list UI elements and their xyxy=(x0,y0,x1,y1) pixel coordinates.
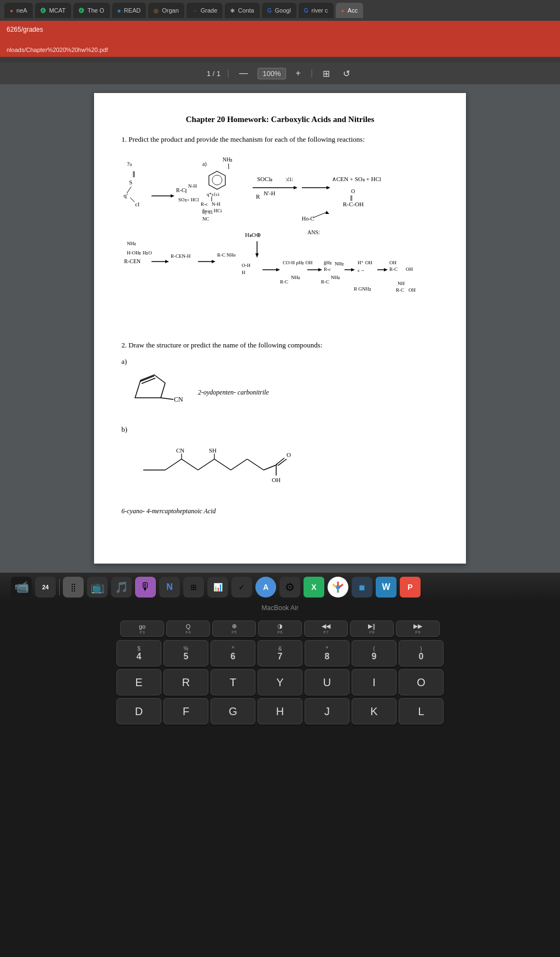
svg-text:R-C: R-C xyxy=(321,279,329,285)
pdf-toolbar[interactable]: 1 / 1 | — 100% + | ⊞ ↺ xyxy=(0,62,560,84)
svg-text:R GNH₂: R GNH₂ xyxy=(354,286,371,292)
svg-line-37 xyxy=(313,212,326,218)
key-f[interactable]: F xyxy=(164,698,208,724)
zoom-out-button[interactable]: — xyxy=(236,67,251,79)
key-8[interactable]: * 8 xyxy=(305,640,349,666)
asdf-row[interactable]: D F G H J K L xyxy=(11,698,549,724)
dock-arc[interactable]: A xyxy=(255,577,276,598)
dock-divider xyxy=(59,579,60,595)
key-f6[interactable]: ◑ F6 xyxy=(258,620,302,637)
key-i[interactable]: I xyxy=(352,669,396,695)
dock-grid[interactable]: ⊞ xyxy=(183,577,204,598)
key-g[interactable]: G xyxy=(211,698,255,724)
tab-acc[interactable]: ● Acc xyxy=(336,3,363,18)
tab-river[interactable]: G river c xyxy=(299,3,334,18)
url-text: nloads/Chapter%2020%20hw%20.pdf xyxy=(7,47,108,53)
key-4[interactable]: $ 4 xyxy=(116,640,161,666)
key-5[interactable]: % 5 xyxy=(164,640,208,666)
tab-theo[interactable]: 🅐 The O xyxy=(73,3,110,18)
pdf-content-area: Chapter 20 Homework: Carboxylic Acids an… xyxy=(0,84,560,572)
key-f3[interactable]: go F3 xyxy=(120,620,164,637)
key-r[interactable]: R xyxy=(164,669,208,695)
tab-conta[interactable]: ✱ Conta xyxy=(225,3,259,18)
dock-music[interactable]: 🎵 xyxy=(111,577,132,598)
key-d[interactable]: D xyxy=(116,698,161,724)
compound-a-section: a) CN 2-oydopenten- carbonitrile xyxy=(121,356,439,413)
svg-marker-63 xyxy=(351,268,355,271)
key-l[interactable]: L xyxy=(399,698,444,724)
tab-read[interactable]: ■ READ xyxy=(112,3,147,18)
question-1: 1. Predict the product and provide the m… xyxy=(121,135,439,144)
key-6[interactable]: ^ 6 xyxy=(211,640,255,666)
dock-chrome[interactable] xyxy=(328,577,348,598)
tab-organ[interactable]: ◎ Organ xyxy=(148,3,184,18)
macbook-label: MacBook Air xyxy=(0,601,560,615)
svg-line-83 xyxy=(161,398,173,399)
svg-text:O-H: O-H xyxy=(242,263,250,268)
key-e[interactable]: E xyxy=(116,669,161,695)
svg-text:NH₂: NH₂ xyxy=(223,156,232,163)
dock-slash[interactable]: ✓ xyxy=(231,577,252,598)
svg-point-17 xyxy=(212,175,222,185)
svg-point-103 xyxy=(336,585,340,589)
dock-notes[interactable]: N xyxy=(159,577,180,598)
key-j[interactable]: J xyxy=(305,698,349,724)
url-bar[interactable]: nloads/Chapter%2020%20hw%20.pdf xyxy=(0,43,560,57)
qwerty-row[interactable]: E R T Y U I O xyxy=(11,669,549,695)
key-t[interactable]: T xyxy=(211,669,255,695)
svg-text:R-CEN: R-CEN xyxy=(124,258,141,264)
number-row[interactable]: $ 4 % 5 ^ 6 & 7 * 8 ( 9 ) 0 xyxy=(11,640,549,666)
compound-a-label: a) xyxy=(121,357,127,366)
svg-text:NH₂: NH₂ xyxy=(291,275,300,280)
svg-text:N'-H: N'-H xyxy=(264,190,276,196)
tab-nea[interactable]: ● neA xyxy=(4,3,33,18)
dock-excel[interactable]: X xyxy=(304,577,324,598)
dock-tv[interactable]: 📺 xyxy=(87,577,108,598)
svg-marker-58 xyxy=(318,268,322,271)
chapter-title: Chapter 20 Homework: Carboxylic Acids an… xyxy=(121,115,439,124)
svg-line-92 xyxy=(264,465,277,470)
key-k[interactable]: K xyxy=(352,698,396,724)
svg-line-89 xyxy=(214,459,231,470)
macos-dock[interactable]: 📹 24 ⣿ 📺 🎵 🎙 N ⊞ 📊 ✓ A ⚙ X ◼ W P xyxy=(0,572,560,601)
key-f9[interactable]: ▶▶ F9 xyxy=(396,620,440,637)
key-f7[interactable]: ◀◀ F7 xyxy=(304,620,348,637)
key-f4[interactable]: Q F4 xyxy=(166,620,210,637)
dock-time[interactable]: 24 xyxy=(35,577,56,598)
zoom-in-button[interactable]: + xyxy=(293,67,304,79)
key-f5[interactable]: ⊕ F5 xyxy=(212,620,256,637)
svg-text:H-OH₂ H₂O: H-OH₂ H₂O xyxy=(127,250,152,256)
breadcrumb-bar: 6265/grades xyxy=(0,21,560,38)
rotate-button[interactable]: ↺ xyxy=(340,67,353,80)
dock-facetime[interactable]: 📹 xyxy=(11,577,32,598)
tab-grade[interactable]: → Grade xyxy=(186,3,223,18)
tab-goog[interactable]: G Googl xyxy=(262,3,296,18)
dock-circle[interactable]: ⚙ xyxy=(279,577,300,598)
key-7[interactable]: & 7 xyxy=(258,640,302,666)
key-h[interactable]: H xyxy=(258,698,302,724)
svg-text:CN: CN xyxy=(174,396,183,403)
zoom-level[interactable]: 100% xyxy=(258,68,285,79)
dock-dots[interactable]: ⣿ xyxy=(63,577,84,598)
browser-tab-bar[interactable]: ● neA 🅐 MCAT 🅐 The O ■ READ ◎ Organ → Gr… xyxy=(0,0,560,21)
svg-text:NH: NH xyxy=(398,281,405,286)
svg-text:‖: ‖ xyxy=(350,195,353,201)
svg-text:NH₂: NH₂ xyxy=(331,275,340,280)
key-y[interactable]: Y xyxy=(258,669,302,695)
key-u[interactable]: U xyxy=(305,669,349,695)
key-0[interactable]: ) 0 xyxy=(399,640,444,666)
key-9[interactable]: ( 9 xyxy=(352,640,396,666)
compound-b-section: b) xyxy=(121,424,439,515)
svg-text:H⁺ OH: H⁺ OH xyxy=(358,260,372,265)
dock-word[interactable]: W xyxy=(376,577,396,598)
key-o[interactable]: O xyxy=(399,669,444,695)
dock-podcast[interactable]: 🎙 xyxy=(135,577,156,598)
dock-barchart[interactable]: 📊 xyxy=(207,577,228,598)
svg-marker-44 xyxy=(165,260,169,263)
fn-row[interactable]: go F3 Q F4 ⊕ F5 ◑ F6 ◀◀ F7 ▶‖ F8 ▶▶ F9 xyxy=(11,620,549,637)
dock-powerpoint[interactable]: P xyxy=(400,577,421,598)
tab-mcat[interactable]: 🅐 MCAT xyxy=(35,3,71,18)
key-f8[interactable]: ▶‖ F8 xyxy=(350,620,394,637)
fullscreen-button[interactable]: ⊞ xyxy=(319,67,333,80)
dock-finder[interactable]: ◼ xyxy=(352,577,372,598)
